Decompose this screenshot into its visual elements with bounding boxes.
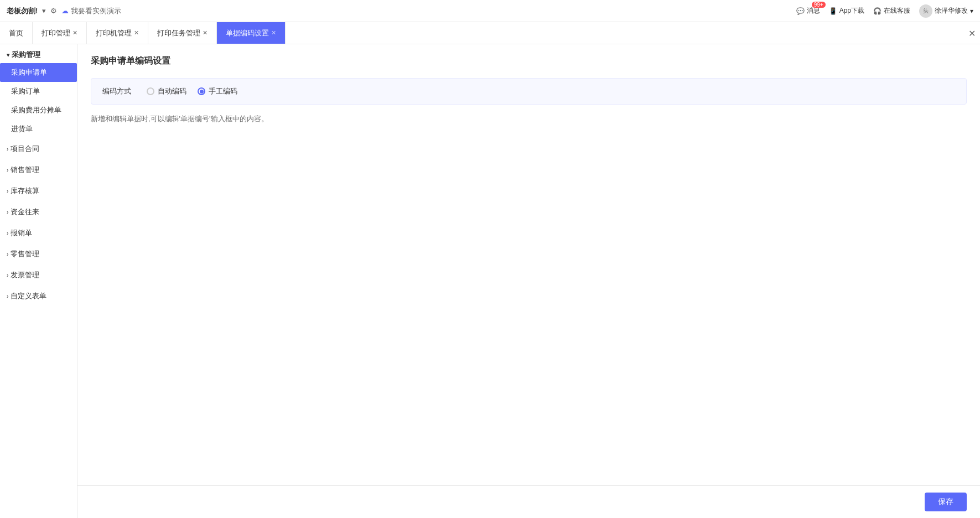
hint-text: 新增和编辑单据时,可以编辑'单据编号'输入框中的内容。 bbox=[91, 113, 967, 125]
chevron-right-icon-custom-form: › bbox=[7, 293, 8, 299]
tab-close-print-manage[interactable]: ✕ bbox=[72, 30, 77, 36]
tab-barcode-setting[interactable]: 单据编码设置 ✕ bbox=[217, 22, 286, 44]
tab-printer-manage[interactable]: 打印机管理 ✕ bbox=[87, 22, 148, 44]
sidebar-group-header-custom-form[interactable]: › 自定义表单 bbox=[0, 286, 77, 307]
sidebar-group-purchase: ▾ 采购管理 采购申请单 采购订单 采购费用分摊单 进货单 bbox=[0, 44, 77, 138]
content-area: 采购申请单编码设置 编码方式 自动编码 手工编码 新增和编辑单据时,可以编辑'单… bbox=[77, 44, 980, 518]
tab-close-print-task[interactable]: ✕ bbox=[203, 30, 208, 36]
top-bar-left: 老板勿割! ▾ ⚙ ☁ 我要看实例演示 bbox=[7, 6, 121, 16]
sidebar-group-header-capital[interactable]: › 资金往来 bbox=[0, 201, 77, 222]
footer-bar: 保存 bbox=[77, 485, 980, 518]
sidebar-group-header-retail[interactable]: › 零售管理 bbox=[0, 244, 77, 265]
top-bar: 老板勿割! ▾ ⚙ ☁ 我要看实例演示 💬 消息 99+ 📱 App下载 🎧 在… bbox=[0, 0, 980, 22]
sidebar-group-header-project-contract[interactable]: › 项目合同 bbox=[0, 138, 77, 159]
app-download-button[interactable]: 📱 App下载 bbox=[829, 6, 864, 15]
user-chevron-icon: ▾ bbox=[970, 7, 973, 15]
chevron-right-icon-retail: › bbox=[7, 251, 8, 257]
sidebar-item-purchase-order[interactable]: 采购订单 bbox=[0, 82, 77, 101]
user-menu[interactable]: 头 徐泽华修改 ▾ bbox=[919, 4, 973, 18]
main-layout: ▾ 采购管理 采购申请单 采购订单 采购费用分摊单 进货单 › 项目合同 › 销… bbox=[0, 44, 980, 518]
chevron-down-icon: ▾ bbox=[42, 7, 46, 15]
content-inner: 采购申请单编码设置 编码方式 自动编码 手工编码 新增和编辑单据时,可以编辑'单… bbox=[77, 44, 980, 485]
message-badge: 99+ bbox=[812, 2, 826, 8]
chevron-right-icon-capital: › bbox=[7, 209, 8, 215]
sidebar-group-header-inventory[interactable]: › 库存核算 bbox=[0, 180, 77, 201]
cloud-icon: ☁ bbox=[61, 7, 69, 15]
brand-title: 老板勿割! bbox=[7, 6, 38, 16]
encoding-section: 编码方式 自动编码 手工编码 bbox=[91, 78, 967, 105]
sidebar-group-header-invoice[interactable]: › 发票管理 bbox=[0, 265, 77, 286]
sidebar: ▾ 采购管理 采购申请单 采购订单 采购费用分摊单 进货单 › 项目合同 › 销… bbox=[0, 44, 77, 518]
demo-link[interactable]: ☁ 我要看实例演示 bbox=[61, 6, 121, 16]
headset-icon: 🎧 bbox=[873, 7, 882, 15]
radio-auto[interactable]: 自动编码 bbox=[147, 86, 186, 96]
sidebar-group-header-returns[interactable]: › 报销单 bbox=[0, 222, 77, 244]
save-button[interactable]: 保存 bbox=[925, 493, 967, 511]
online-service-button[interactable]: 🎧 在线客服 bbox=[873, 6, 910, 15]
app-icon: 📱 bbox=[829, 7, 837, 15]
encoding-label: 编码方式 bbox=[102, 86, 131, 96]
radio-manual[interactable]: 手工编码 bbox=[198, 86, 237, 96]
sidebar-group-header-sales[interactable]: › 销售管理 bbox=[0, 159, 77, 180]
sidebar-item-purchase-expense[interactable]: 采购费用分摊单 bbox=[0, 101, 77, 120]
chevron-down-icon-purchase: ▾ bbox=[7, 52, 9, 58]
tab-print-task[interactable]: 打印任务管理 ✕ bbox=[148, 22, 217, 44]
sidebar-item-receipt[interactable]: 进货单 bbox=[0, 120, 77, 138]
message-button[interactable]: 💬 消息 99+ bbox=[796, 6, 820, 15]
top-bar-right: 💬 消息 99+ 📱 App下载 🎧 在线客服 头 徐泽华修改 ▾ bbox=[796, 4, 973, 18]
avatar: 头 bbox=[919, 4, 932, 18]
sidebar-item-purchase-request[interactable]: 采购申请单 bbox=[0, 63, 77, 82]
tab-bar: 首页 打印管理 ✕ 打印机管理 ✕ 打印任务管理 ✕ 单据编码设置 ✕ ✕ bbox=[0, 22, 980, 44]
chevron-right-icon-invoice: › bbox=[7, 272, 8, 278]
chevron-right-icon-project: › bbox=[7, 146, 8, 152]
chevron-right-icon-sales: › bbox=[7, 167, 8, 173]
radio-circle-auto bbox=[147, 87, 154, 95]
radio-circle-manual bbox=[198, 87, 205, 95]
sidebar-group-header-purchase[interactable]: ▾ 采购管理 bbox=[0, 44, 77, 63]
page-title: 采购申请单编码设置 bbox=[91, 55, 967, 67]
settings-icon[interactable]: ⚙ bbox=[50, 7, 57, 15]
tab-close-printer-manage[interactable]: ✕ bbox=[134, 30, 139, 36]
chevron-right-icon-inventory: › bbox=[7, 188, 8, 194]
tab-close-barcode-setting[interactable]: ✕ bbox=[271, 30, 276, 36]
chevron-right-icon-returns: › bbox=[7, 230, 8, 236]
tab-print-manage[interactable]: 打印管理 ✕ bbox=[33, 22, 87, 44]
brand-dropdown[interactable]: ▾ bbox=[42, 7, 46, 15]
tab-home[interactable]: 首页 bbox=[0, 22, 33, 44]
message-icon: 💬 bbox=[796, 7, 805, 15]
main-close-icon[interactable]: ✕ bbox=[968, 28, 976, 38]
